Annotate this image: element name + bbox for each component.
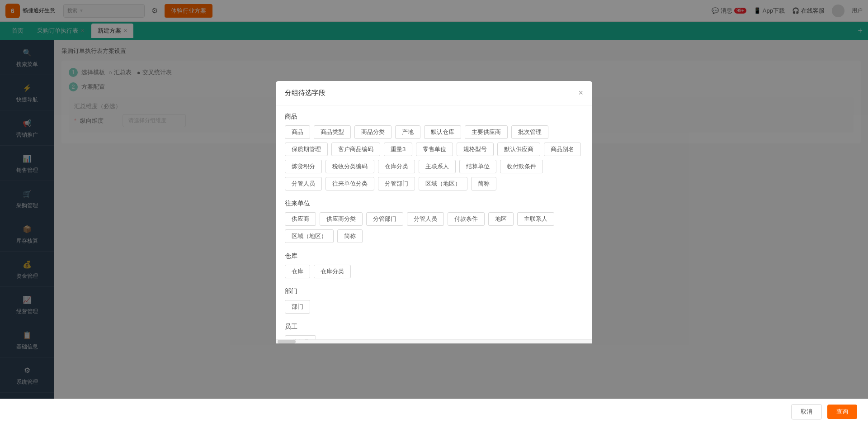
confirm-button[interactable]: 查询	[827, 405, 857, 419]
modal-close-button[interactable]: ×	[578, 88, 583, 98]
tag-warehouse[interactable]: 仓库	[285, 265, 310, 278]
tag-main-supplier[interactable]: 主要供应商	[465, 125, 508, 139]
section-warehouse-title: 仓库	[285, 252, 583, 260]
tag-salesperson[interactable]: 业务员	[285, 335, 316, 339]
tag-partner-dept[interactable]: 分管部门	[366, 212, 403, 226]
tag-goods[interactable]: 商品	[285, 125, 310, 139]
section-employee: 员工 业务员	[285, 323, 583, 339]
section-partner-title: 往来单位	[285, 200, 583, 208]
tag-short-name[interactable]: 简称	[471, 177, 496, 191]
hscroll-thumb	[278, 340, 296, 343]
tag-partner-category[interactable]: 往来单位分类	[326, 177, 374, 191]
modal-body[interactable]: 商品 商品 商品类型 商品分类 产地 默认仓库 主要供应商 批次管理 保质期管理…	[276, 105, 592, 339]
tag-spec-model[interactable]: 规格型号	[457, 143, 494, 156]
modal-overlay: 分组待选字段 × 商品 商品 商品类型 商品分类 产地 默认仓库 主要供应商 批…	[0, 0, 868, 424]
tag-payment-terms[interactable]: 收付款条件	[500, 160, 543, 173]
tag-partner-short[interactable]: 简称	[337, 229, 363, 243]
section-goods-title: 商品	[285, 113, 583, 121]
tag-partner-payment[interactable]: 付款条件	[448, 212, 485, 226]
tag-batch-mgmt[interactable]: 批次管理	[511, 125, 548, 139]
section-department: 部门 部门	[285, 287, 583, 314]
section-goods-tags: 商品 商品类型 商品分类 产地 默认仓库 主要供应商 批次管理 保质期管理 客户…	[285, 125, 583, 191]
tag-settlement-unit[interactable]: 结算单位	[459, 160, 496, 173]
tag-warehouse-cat[interactable]: 仓库分类	[314, 265, 351, 278]
tag-supplier-category[interactable]: 供应商分类	[320, 212, 363, 226]
cancel-button[interactable]: 取消	[791, 404, 822, 419]
section-employee-tags: 业务员	[285, 335, 583, 339]
tag-goods-alias[interactable]: 商品别名	[544, 143, 581, 156]
tag-shelf-life[interactable]: 保质期管理	[285, 143, 328, 156]
tag-goods-type[interactable]: 商品类型	[314, 125, 351, 139]
tag-supplier[interactable]: 供应商	[285, 212, 316, 226]
tag-dept[interactable]: 分管部门	[378, 177, 415, 191]
tag-customer-code[interactable]: 客户商品编码	[331, 143, 380, 156]
section-partner: 往来单位 供应商 供应商分类 分管部门 分管人员 付款条件 地区 主联系人 区域…	[285, 200, 583, 243]
tag-origin[interactable]: 产地	[395, 125, 420, 139]
tag-partner-contact[interactable]: 主联系人	[517, 212, 554, 226]
modal-title: 分组待选字段	[285, 89, 326, 97]
tag-partner-manager[interactable]: 分管人员	[407, 212, 444, 226]
section-goods: 商品 商品 商品类型 商品分类 产地 默认仓库 主要供应商 批次管理 保质期管理…	[285, 113, 583, 191]
tag-department[interactable]: 部门	[285, 300, 310, 314]
tag-partner-region[interactable]: 区域（地区）	[285, 229, 334, 243]
tag-tax-code[interactable]: 税收分类编码	[326, 160, 374, 173]
field-select-modal: 分组待选字段 × 商品 商品 商品类型 商品分类 产地 默认仓库 主要供应商 批…	[276, 81, 592, 343]
tag-retail-unit[interactable]: 零售单位	[416, 143, 453, 156]
section-partner-tags: 供应商 供应商分类 分管部门 分管人员 付款条件 地区 主联系人 区域（地区） …	[285, 212, 583, 243]
tag-refine-points[interactable]: 炼货积分	[285, 160, 322, 173]
modal-hscroll[interactable]	[276, 339, 592, 343]
section-warehouse: 仓库 仓库 仓库分类	[285, 252, 583, 278]
tag-goods-category[interactable]: 商品分类	[354, 125, 392, 139]
tag-default-supplier[interactable]: 默认供应商	[497, 143, 540, 156]
section-employee-title: 员工	[285, 323, 583, 331]
tag-manager[interactable]: 分管人员	[285, 177, 322, 191]
tag-default-warehouse[interactable]: 默认仓库	[424, 125, 461, 139]
tag-partner-area[interactable]: 地区	[488, 212, 514, 226]
tag-warehouse-category[interactable]: 仓库分类	[378, 160, 415, 173]
modal-header: 分组待选字段 ×	[276, 81, 592, 105]
section-department-title: 部门	[285, 287, 583, 295]
section-warehouse-tags: 仓库 仓库分类	[285, 265, 583, 278]
tag-weight[interactable]: 重量3	[384, 143, 412, 156]
section-department-tags: 部门	[285, 300, 583, 314]
tag-main-contact[interactable]: 主联系人	[419, 160, 456, 173]
tag-region[interactable]: 区域（地区）	[419, 177, 467, 191]
bottom-actions: 取消 查询	[0, 399, 868, 424]
